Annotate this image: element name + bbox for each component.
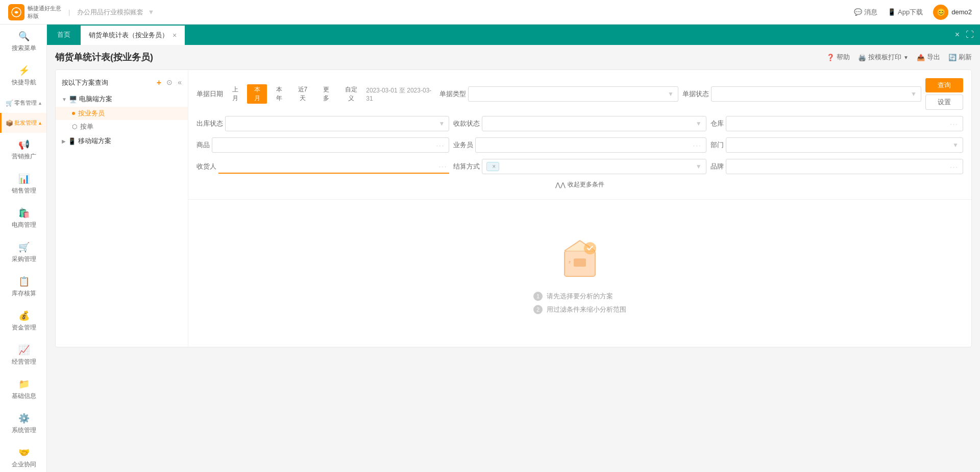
inventory-icon: 📋 <box>18 276 30 287</box>
out-status-label: 出库状态 <box>197 119 223 128</box>
salesperson-group: 业务员 ··· <box>453 137 706 153</box>
sidebar-item-sales[interactable]: 📊 销售管理 <box>0 167 46 201</box>
sidebar-item-wholesale[interactable]: 📦 批发管理 ▲ <box>0 113 46 133</box>
sidebar-item-finance[interactable]: 💰 资金管理 <box>0 304 46 338</box>
date-btn-custom[interactable]: 自定义 <box>338 84 364 104</box>
split-layout: 按以下方案查询 + ⊙ « ▼ 🖥️ <box>55 69 972 347</box>
refresh-button[interactable]: 🔄 刷新 <box>948 53 972 62</box>
doc-status-group: 单据状态 ▼ <box>682 86 921 102</box>
sidebar-item-marketing[interactable]: 📢 营销推广 <box>0 133 46 167</box>
sidebar-item-base[interactable]: 📁 基础信息 <box>0 372 46 407</box>
filter-row-1: 单据日期 上月 本月 本年 近7天 更多 自定义 2023-03-01 至 20… <box>197 78 963 110</box>
empty-tip-2: 2 用过滤条件来缩小分析范围 <box>533 303 626 316</box>
right-panel: 单据日期 上月 本月 本年 近7天 更多 自定义 2023-03-01 至 20… <box>188 70 971 347</box>
scheme-group-pc-header[interactable]: ▼ 🖥️ 电脑端方案 <box>56 91 188 107</box>
scheme-header-actions: + ⊙ « <box>157 78 182 87</box>
user-name: demo2 <box>951 8 972 16</box>
app-download-button[interactable]: 📱 App下载 <box>888 8 923 17</box>
goods-dots: ··· <box>436 141 445 149</box>
tab-home[interactable]: 首页 <box>47 25 81 45</box>
scheme-group-pc: ▼ 🖥️ 电脑端方案 按业务员 ⬡ 按单 <box>56 91 188 133</box>
doc-type-select[interactable]: ▼ <box>468 86 678 102</box>
sidebar-item-inventory[interactable]: 📋 库存核算 <box>0 270 46 304</box>
scheme-edit-button[interactable]: ⊙ <box>166 78 173 87</box>
sales-icon: 📊 <box>18 173 30 184</box>
tab-bar-right: × ⛶ <box>949 30 980 39</box>
page-title: 销货单统计表(按业务员) <box>55 51 153 63</box>
doc-status-select[interactable]: ▼ <box>711 86 921 102</box>
system-icon: ⚙️ <box>18 413 30 424</box>
collapse-up-icon: ⋀⋀ <box>555 181 566 188</box>
date-btn-this-year[interactable]: 本年 <box>269 84 289 104</box>
query-button[interactable]: 查询 <box>925 78 963 92</box>
quick-nav-icon: ⚡ <box>18 65 30 76</box>
sidebar-item-retail[interactable]: 🛒 零售管理 ▲ <box>0 93 46 113</box>
scheme-item-by-order[interactable]: ⬡ 按单 <box>56 120 188 133</box>
brand-dots: ··· <box>950 163 959 171</box>
date-btn-last-month[interactable]: 上月 <box>225 84 245 104</box>
sidebar-item-quick-nav[interactable]: ⚡ 快捷导航 <box>0 59 46 93</box>
brand-group: 品牌 ··· <box>710 159 963 174</box>
filter-row-3: 商品 ··· 业务员 ··· <box>197 137 963 153</box>
sidebar-item-operations[interactable]: 📈 经营管理 <box>0 338 46 372</box>
warehouse-dots: ··· <box>950 120 959 128</box>
settlement-select[interactable]: × ▼ <box>482 159 706 174</box>
settings-button[interactable]: 设置 <box>925 95 963 110</box>
svg-rect-2 <box>574 258 586 267</box>
salesperson-dots: ··· <box>693 141 702 149</box>
sidebar-item-ecommerce[interactable]: 🛍️ 电商管理 <box>0 201 46 235</box>
maximize-button[interactable]: ⛶ <box>966 30 974 39</box>
scheme-add-button[interactable]: + <box>157 78 161 87</box>
brand-input[interactable]: ··· <box>726 159 963 174</box>
close-tab-button[interactable]: × <box>955 30 960 39</box>
date-btn-last-7-days[interactable]: 近7天 <box>291 84 314 104</box>
warehouse-input[interactable]: ··· <box>726 116 963 131</box>
date-btn-this-month[interactable]: 本月 <box>247 84 267 104</box>
ecommerce-icon: 🛍️ <box>18 207 30 219</box>
download-icon: 📱 <box>888 8 896 16</box>
warehouse-group: 仓库 ··· <box>710 116 963 131</box>
date-btn-more[interactable]: 更多 <box>316 84 336 104</box>
department-select[interactable]: ▼ <box>726 137 963 153</box>
message-icon: 💬 <box>854 8 862 16</box>
sidebar-item-purchase[interactable]: 🛒 采购管理 <box>0 235 46 270</box>
user-menu[interactable]: 😊 demo2 <box>933 5 972 20</box>
logo-text: 畅捷通好生意 标版 <box>28 5 61 19</box>
filter-row-2: 出库状态 ▼ 收款状态 <box>197 116 963 131</box>
settlement-tag-close[interactable]: × <box>492 163 496 170</box>
page-content: 销货单统计表(按业务员) ❓ 帮助 🖨️ 按模板打印 ▼ 📤 <box>47 45 980 472</box>
retail-arrow: ▲ <box>38 101 42 106</box>
help-button[interactable]: ❓ 帮助 <box>826 53 850 62</box>
scheme-group-mobile-header[interactable]: ▶ 📱 移动端方案 <box>56 133 188 149</box>
wholesale-icon: 📦 <box>6 120 13 127</box>
sidebar-item-enterprise[interactable]: 🤝 企业协同 <box>0 441 46 472</box>
wholesale-arrow: ▲ <box>38 121 42 126</box>
payment-status-group: 收款状态 ▼ <box>453 116 706 131</box>
empty-tip-1: 1 请先选择要分析的方案 <box>533 290 626 303</box>
receiver-dots: ··· <box>438 162 447 170</box>
template-print-button[interactable]: 🖨️ 按模板打印 ▼ <box>858 53 909 62</box>
collapse-button[interactable]: ⋀⋀ 收起更多条件 <box>555 180 604 189</box>
date-range-text: 2023-03-01 至 2023-03-31 <box>366 86 435 102</box>
sidebar-item-search[interactable]: 🔍 搜索菜单 <box>0 25 46 59</box>
export-button[interactable]: 📤 导出 <box>917 53 940 62</box>
scheme-item-by-salesperson[interactable]: 按业务员 <box>56 107 188 120</box>
mobile-group-icon: 📱 <box>68 137 76 145</box>
out-status-select[interactable]: ▼ <box>225 116 449 131</box>
goods-input[interactable]: ··· <box>212 137 449 153</box>
goods-label: 商品 <box>197 140 210 150</box>
sidebar: 🔍 搜索菜单 ⚡ 快捷导航 🛒 零售管理 ▲ 📦 批发管理 ▲ 📢 营销推广 <box>0 25 47 472</box>
sidebar-item-system[interactable]: ⚙️ 系统管理 <box>0 407 46 441</box>
message-button[interactable]: 💬 消息 <box>854 8 877 17</box>
tab-current[interactable]: 销货单统计表（按业务员） × <box>81 25 185 45</box>
payment-status-select[interactable]: ▼ <box>482 116 706 131</box>
department-group: 部门 ▼ <box>710 137 963 153</box>
receiver-label: 收货人 <box>197 162 216 171</box>
scheme-group-mobile: ▶ 📱 移动端方案 <box>56 133 188 149</box>
content-wrapper: 首页 销货单统计表（按业务员） × × ⛶ 销货单统计表(按业务员) <box>47 25 980 472</box>
receiver-input[interactable]: ··· <box>218 159 449 174</box>
tab-close-icon[interactable]: × <box>173 31 177 39</box>
operations-icon: 📈 <box>18 344 30 356</box>
salesperson-input[interactable]: ··· <box>475 137 706 153</box>
scheme-collapse-button[interactable]: « <box>178 78 182 87</box>
